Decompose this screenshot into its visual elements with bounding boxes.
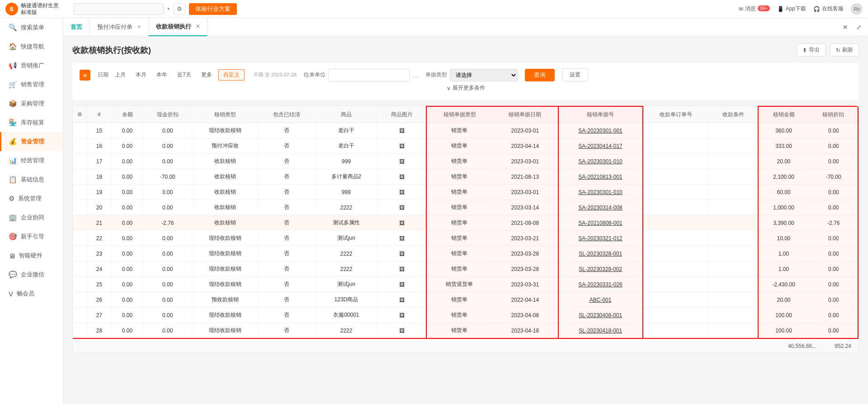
vip-icon: V [9, 290, 13, 298]
gear-settings-icon[interactable]: ⚙ [77, 111, 82, 118]
online-service-item[interactable]: 🎧 在线客服 [813, 5, 844, 13]
date-custom-btn[interactable]: 自定义 [218, 69, 245, 81]
table-header-row: ⚙ # 余额 现金折扣 核销类型 包含已结清 商品 商品图片 核销单据类型 核 [73, 106, 858, 123]
unit-input[interactable] [328, 69, 410, 81]
chevron-down-icon[interactable]: ▾ [167, 6, 170, 12]
page-header: 收款核销执行(按收款) ⬆ 导出 ↻ 刷新 [72, 43, 859, 57]
sidebar-item-enterprise[interactable]: 🏢 企业协同 [0, 208, 63, 227]
sidebar-item-base[interactable]: 📋 基础信息 [0, 170, 63, 189]
sidebar-item-sales[interactable]: 🛒 销售管理 [0, 75, 63, 94]
bill-type-select[interactable]: 请选择 [450, 69, 518, 81]
table-cell: 销货退货单 [426, 277, 492, 292]
user-avatar[interactable]: Rit [851, 3, 863, 15]
unit-more-icon[interactable]: ... [412, 71, 418, 79]
table-cell: 否 [258, 261, 315, 277]
sidebar-item-search[interactable]: 🔍 搜索菜单 [0, 18, 63, 37]
table-cell: 0.00 [809, 261, 858, 277]
table-cell: 现结收款核销 [192, 261, 258, 277]
total-amount-label: 40,556,66... [788, 343, 816, 349]
table-cell [709, 231, 758, 246]
refresh-button[interactable]: ↻ 刷新 [830, 43, 859, 57]
table-cell: 2023-03-21 [492, 231, 558, 246]
table-cell[interactable]: SA-20230301-001 [558, 123, 643, 138]
tab-prepaid[interactable]: 预付冲应付单 ✕ [90, 18, 149, 36]
col-header-gear[interactable]: ⚙ [73, 106, 87, 123]
table-cell [73, 185, 87, 200]
table-cell[interactable]: SA-20230321-012 [558, 231, 643, 246]
sidebar-item-hardware[interactable]: 🖥 智能硬件 [0, 246, 63, 265]
table-cell[interactable]: SA-20210808-001 [558, 215, 643, 231]
sidebar-item-vip[interactable]: V 畅会员 [0, 284, 63, 303]
table-cell: 20.00 [758, 154, 809, 169]
table-cell: 2023-03-01 [492, 154, 558, 169]
expand-more-conditions[interactable]: ∨ 展开更多条件 [80, 81, 852, 95]
sidebar-item-wechat[interactable]: 💬 企业微信 [0, 265, 63, 284]
sidebar-item-quicknav[interactable]: 🏠 快捷导航 [0, 37, 63, 56]
table-cell: 收款核销 [192, 215, 258, 231]
search-input[interactable] [73, 3, 164, 15]
table-cell[interactable]: ABC-001 [558, 292, 643, 308]
table-cell[interactable]: SA-20230301-010 [558, 185, 643, 200]
message-item[interactable]: ✉ 消息 99+ [739, 5, 770, 13]
date-more-btn[interactable]: 更多 [198, 70, 216, 80]
table-cell [709, 185, 758, 200]
col-header-verify-discount: 核销折扣 [809, 106, 858, 123]
sidebar-item-inventory[interactable]: 🏪 库存核算 [0, 113, 63, 132]
table-cell[interactable]: SL-20230418-001 [558, 323, 643, 339]
tab-close-all-btn[interactable]: ✕ [840, 22, 851, 33]
table-cell [73, 231, 87, 246]
sidebar-item-business[interactable]: 📊 经营管理 [0, 151, 63, 170]
sidebar-item-purchase[interactable]: 📦 采购管理 [0, 94, 63, 113]
headset-icon: 🎧 [813, 6, 820, 12]
table-cell[interactable]: SA-20230301-010 [558, 154, 643, 169]
table-cell: 0.00 [111, 277, 143, 292]
table-cell: 2222 [315, 261, 377, 277]
settings-icon-btn[interactable]: ⚙ [174, 3, 185, 15]
sidebar-item-finance[interactable]: 💰 资金管理 [0, 132, 63, 151]
tab-collection-close[interactable]: ✕ [196, 24, 200, 29]
table-cell [709, 200, 758, 215]
filter-settings-button[interactable]: 设置 [562, 68, 588, 81]
table-cell: 🖼 [377, 154, 427, 169]
table-row: 160.000.00预付冲应收否老白干🖼销货单2023-04-14SA-2023… [73, 138, 858, 154]
query-button[interactable]: 查询 [525, 69, 555, 81]
table-cell [73, 246, 87, 261]
tab-prepaid-close[interactable]: ✕ [137, 24, 141, 30]
app-download-item[interactable]: 📱 App下载 [777, 5, 806, 13]
date-this-month-btn[interactable]: 本月 [132, 70, 150, 80]
table-cell[interactable]: SA-20230314-008 [558, 200, 643, 215]
table-cell: 销货单 [426, 185, 492, 200]
table-cell: 27 [87, 308, 112, 323]
trial-button[interactable]: 体验行业方案 [189, 3, 237, 15]
table-cell[interactable]: SA-20230414-017 [558, 138, 643, 154]
table-cell[interactable]: SL-20230328-002 [558, 261, 643, 277]
table-cell[interactable]: SA-20230331-026 [558, 277, 643, 292]
table-cell[interactable]: SA-20210813-001 [558, 169, 643, 185]
system-icon: ⚙ [9, 195, 14, 203]
filter-expand-button[interactable]: » [80, 70, 90, 81]
date-last-month-btn[interactable]: 上月 [111, 70, 129, 80]
tab-home[interactable]: 首页 [63, 18, 90, 36]
tab-collection[interactable]: 收款核销执行 ✕ [149, 18, 208, 36]
data-table: ⚙ # 余额 现金折扣 核销类型 包含已结清 商品 商品图片 核销单据类型 核 [73, 106, 859, 339]
table-cell: 销货单 [426, 246, 492, 261]
table-cell[interactable]: SL-20230328-001 [558, 246, 643, 261]
date-this-year-btn[interactable]: 本年 [153, 70, 171, 80]
filter-row: » 日期 上月 本月 本年 近7天 更多 自定义 不限 至 2023-07-26… [80, 68, 852, 81]
col-header-goods-img: 商品图片 [377, 106, 427, 123]
table-cell: 0.00 [143, 185, 192, 200]
col-header-seq: # [87, 106, 112, 123]
export-button[interactable]: ⬆ 导出 [797, 43, 826, 57]
date-7days-btn[interactable]: 近7天 [174, 70, 195, 80]
table-cell [73, 200, 87, 215]
col-header-cash-discount: 现金折扣 [143, 106, 192, 123]
tab-expand-btn[interactable]: ⤢ [854, 22, 864, 33]
sidebar-item-newbie[interactable]: 🎯 新手引导 [0, 227, 63, 246]
top-search-area: ▾ ⚙ 体验行业方案 [73, 3, 734, 15]
table-cell [643, 323, 709, 339]
filter-bar: » 日期 上月 本月 本年 近7天 更多 自定义 不限 至 2023-07-26… [72, 63, 859, 100]
sidebar-item-system[interactable]: ⚙ 系统管理 [0, 189, 63, 208]
table-cell: 收款核销 [192, 154, 258, 169]
table-cell[interactable]: SL-20230408-001 [558, 308, 643, 323]
sidebar-item-marketing[interactable]: 📢 营销推广 [0, 56, 63, 75]
